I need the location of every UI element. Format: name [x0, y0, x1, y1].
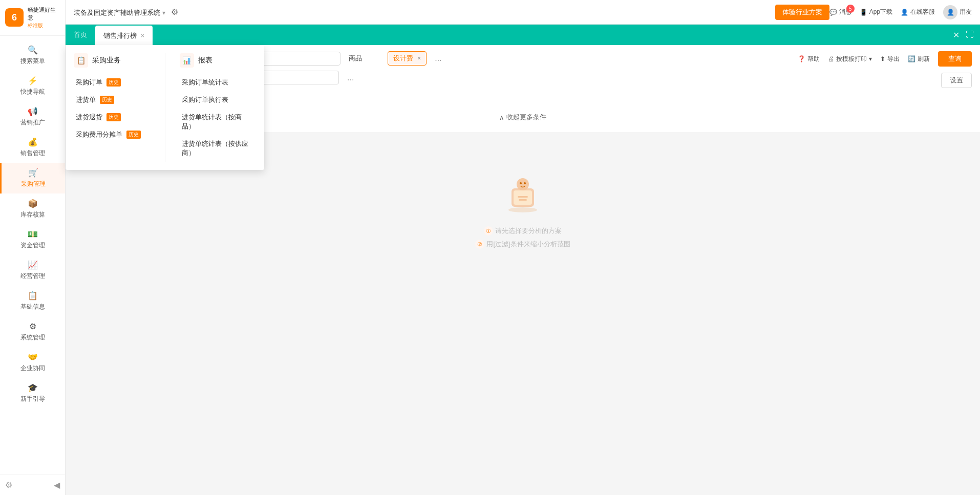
sidebar-item-marketing[interactable]: 📢营销推广: [0, 101, 65, 132]
sidebar-item-operations[interactable]: 📈经营管理: [0, 255, 65, 286]
tab-close-icon[interactable]: ×: [141, 32, 144, 39]
user-avatar: 👤: [943, 5, 957, 19]
print-btn[interactable]: 🖨 按模板打印 ▾: [828, 55, 872, 63]
sidebar-item-label: 快捷导航: [20, 88, 45, 96]
operations-icon: 📈: [28, 260, 38, 270]
quick-nav-icon: ⚡: [28, 76, 38, 85]
setting-btn[interactable]: 设置: [941, 73, 972, 88]
refresh-btn[interactable]: 🔄 刷新: [908, 55, 930, 63]
hint-2: ② 用[过滤]条件来缩小分析范围: [475, 238, 570, 251]
sidebar-item-quick-nav[interactable]: ⚡快捷导航: [0, 71, 65, 101]
voucher-status-select[interactable]: [259, 52, 340, 66]
history-badge-expense: 历史: [126, 131, 141, 139]
sidebar-item-label: 库存核算: [20, 210, 45, 219]
empty-illustration: [502, 173, 543, 214]
history-badge-purchase-order: 历史: [106, 78, 121, 87]
empty-text: ① 请先选择要分析的方案 ② 用[过滤]条件来缩小分析范围: [475, 224, 570, 251]
svg-point-5: [524, 182, 526, 184]
menu-item-purchase-inbound[interactable]: 进货单 历史: [74, 91, 151, 109]
purchase-icon: 🛒: [28, 168, 38, 178]
print-dropdown-icon[interactable]: ▾: [869, 55, 872, 62]
collapse-btn[interactable]: ∧ 收起更多条件: [499, 113, 546, 122]
menu-item-purchase-return[interactable]: 进货退货 历史: [74, 109, 151, 126]
sidebar-item-search[interactable]: 🔍搜索菜单: [0, 40, 65, 71]
header-actions: 💬 消息 5 📱 App下载 👤 在线客服 👤 用友: [829, 5, 972, 19]
user-menu[interactable]: 👤 用友: [943, 5, 972, 19]
svg-point-4: [520, 182, 522, 184]
history-badge-inbound: 历史: [100, 96, 114, 104]
help-icon: ❓: [798, 55, 805, 62]
sidebar-item-system[interactable]: ⚙系统管理: [0, 316, 65, 347]
tab-close-window-icon[interactable]: ✕: [953, 30, 960, 40]
sidebar: 6 畅捷通好生意 标准版 🔍搜索菜单⚡快捷导航📢营销推广💰销售管理🛒采购管理📦库…: [0, 0, 66, 495]
mobile-icon: 📱: [860, 9, 867, 16]
sidebar-item-enterprise[interactable]: 🤝企业协同: [0, 347, 65, 378]
goods-label: 商品: [349, 54, 379, 63]
report-col-icon: 📊: [180, 53, 194, 68]
sidebar-bottom: ⚙ ◀: [0, 475, 65, 495]
hint-1: ① 请先选择要分析的方案: [475, 224, 570, 238]
tab-bar-right: ✕ ⛶: [953, 30, 980, 40]
sidebar-collapse-icon[interactable]: ◀: [54, 480, 60, 490]
finance-icon: 💵: [28, 229, 38, 239]
app-download-btn[interactable]: 📱 App下载: [860, 8, 892, 16]
newbie-icon: 🎓: [28, 383, 38, 393]
online-service-btn[interactable]: 👤 在线客服: [901, 8, 935, 16]
system-title-dropdown-icon[interactable]: ▾: [162, 9, 165, 16]
sidebar-item-label: 搜索菜单: [20, 57, 45, 66]
purchase-col-header: 📋 采购业务: [74, 53, 151, 68]
svg-point-0: [508, 207, 537, 212]
tab-sales-ranking[interactable]: 销售排行榜 ×: [95, 26, 153, 46]
report-col: 📊 报表 采购订单统计表 采购订单执行表 进货单统计表（按商品） 进货单统计表（…: [180, 53, 257, 162]
sidebar-logo: 6 畅捷通好生意 标准版: [0, 0, 65, 36]
menu-item-inbound-by-supplier[interactable]: 进货单统计表（按供应商）: [180, 135, 257, 162]
sidebar-item-finance[interactable]: 💵资金管理: [0, 224, 65, 255]
sidebar-item-label: 资金管理: [20, 241, 45, 250]
sidebar-item-label: 系统管理: [20, 333, 45, 342]
system-icon: ⚙: [29, 321, 36, 331]
notification-badge: 5: [846, 5, 855, 13]
marketing-icon: 📢: [28, 106, 38, 116]
sidebar-item-purchase[interactable]: 🛒采购管理: [0, 163, 65, 193]
sidebar-item-label: 采购管理: [21, 180, 46, 188]
salesperson-more-icon[interactable]: ...: [347, 73, 354, 82]
enterprise-icon: 🤝: [28, 352, 38, 362]
basic-info-icon: 📋: [28, 291, 38, 300]
more-conditions-icon[interactable]: ...: [435, 54, 441, 63]
header-settings-icon[interactable]: ⚙: [171, 8, 178, 16]
export-icon: ⬆: [880, 55, 885, 62]
sidebar-item-label: 企业协同: [20, 364, 45, 373]
menu-item-purchase-expense[interactable]: 采购费用分摊单 历史: [74, 126, 151, 143]
menu-divider: [165, 53, 165, 162]
tab-home[interactable]: 首页: [66, 25, 95, 45]
sales-icon: 💰: [28, 137, 38, 147]
sidebar-item-label: 基础信息: [20, 303, 45, 311]
header-system-title: 装备及固定资产辅助管理系统 ▾ ⚙: [74, 7, 775, 17]
sidebar-item-basic-info[interactable]: 📋基础信息: [0, 286, 65, 316]
export-btn[interactable]: ⬆ 导出: [880, 55, 900, 63]
menu-item-purchase-order[interactable]: 采购订单 历史: [74, 74, 151, 91]
print-icon: 🖨: [828, 55, 834, 62]
sidebar-item-sales[interactable]: 💰销售管理: [0, 132, 65, 163]
menu-item-inbound-by-goods[interactable]: 进货单统计表（按商品）: [180, 109, 257, 135]
sidebar-item-newbie[interactable]: 🎓新手引导: [0, 378, 65, 408]
logo-text: 畅捷通好生意 标准版: [28, 6, 60, 29]
industry-btn[interactable]: 体验行业方案: [775, 5, 829, 20]
sidebar-settings-icon[interactable]: ⚙: [5, 480, 12, 490]
sidebar-item-label: 经营管理: [20, 272, 45, 281]
toolbar-right-actions: ❓ 帮助 🖨 按模板打印 ▾ ⬆ 导出 🔄 刷新: [798, 51, 972, 88]
service-icon: 👤: [901, 9, 908, 16]
report-col-header: 📊 报表: [180, 53, 257, 68]
dropdown-cols: 📋 采购业务 采购订单 历史 进货单 历史 进货退货 历史 采购费用分摊单 历史: [74, 53, 256, 162]
goods-tag-close-icon[interactable]: ×: [417, 55, 421, 62]
notification-btn[interactable]: 💬 消息 5: [829, 8, 851, 16]
sidebar-item-inventory[interactable]: 📦库存核算: [0, 193, 65, 224]
help-btn[interactable]: ❓ 帮助: [798, 55, 820, 63]
tab-maximize-icon[interactable]: ⛶: [966, 30, 974, 39]
top-header: 装备及固定资产辅助管理系统 ▾ ⚙ 体验行业方案 💬 消息 5 📱 App下载 …: [66, 0, 980, 25]
query-btn[interactable]: 查询: [938, 51, 972, 67]
goods-tag[interactable]: 设计费 ×: [388, 51, 427, 66]
menu-item-order-stats[interactable]: 采购订单统计表: [180, 74, 257, 91]
menu-item-order-exec[interactable]: 采购订单执行表: [180, 91, 257, 109]
logo-icon: 6: [5, 8, 24, 27]
